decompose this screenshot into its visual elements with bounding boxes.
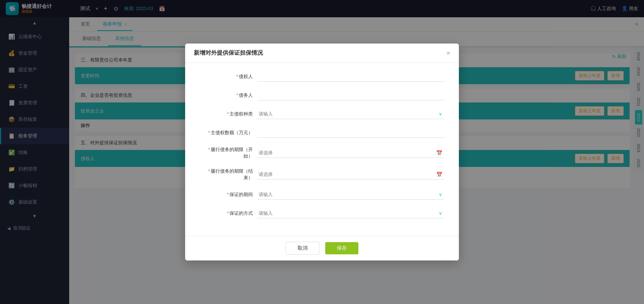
label-guarantee-period: *保证的期间: [200, 191, 257, 198]
claim-type-dropdown-icon[interactable]: ∨: [437, 111, 444, 117]
modal-overlay: 新增对外提供保证担保情况 × *债权人 *债务人 *: [0, 0, 644, 304]
select-guarantee-method[interactable]: [257, 208, 437, 218]
modal-close-button[interactable]: ×: [446, 50, 450, 56]
date-end-wrap: 📅: [257, 169, 444, 180]
label-claim-amount: *主债权数额（万元）: [200, 130, 257, 136]
label-period-end: *履行债务的期限（结束）: [200, 168, 257, 181]
cancel-button[interactable]: 取消: [286, 242, 319, 255]
select-guarantee-period-wrap: ∨: [257, 190, 444, 200]
input-debtor[interactable]: [257, 90, 444, 100]
label-guarantee-method: *保证的方式: [200, 210, 257, 217]
select-guarantee-period[interactable]: [257, 190, 437, 199]
field-guarantee-method: *保证的方式 ∨: [200, 208, 444, 218]
modal-body: *债权人 *债务人 *主债权种类 ∨: [185, 63, 459, 236]
modal-footer: 取消 保存: [185, 236, 459, 260]
guarantee-period-dropdown-icon[interactable]: ∨: [437, 192, 444, 197]
field-creditor: *债权人: [200, 72, 444, 82]
date-start-input[interactable]: [257, 148, 434, 158]
field-guarantee-period: *保证的期间 ∨: [200, 190, 444, 200]
date-start-wrap: 📅: [257, 148, 444, 158]
modal: 新增对外提供保证担保情况 × *债权人 *债务人 *: [185, 44, 459, 260]
input-creditor[interactable]: [257, 72, 444, 82]
field-claim-amount: *主债权数额（万元）: [200, 128, 444, 138]
field-period-start: *履行债务的期限（开始） 📅: [200, 146, 444, 159]
modal-header: 新增对外提供保证担保情况 ×: [185, 44, 459, 63]
field-claim-type: *主债权种类 ∨: [200, 109, 444, 119]
select-claim-type-wrap: ∨: [257, 109, 444, 119]
modal-title: 新增对外提供保证担保情况: [194, 49, 263, 57]
input-claim-amount[interactable]: [257, 128, 444, 138]
field-period-end: *履行债务的期限（结束） 📅: [200, 168, 444, 181]
select-claim-type[interactable]: [257, 109, 437, 119]
date-end-input[interactable]: [257, 169, 434, 179]
date-end-calendar-icon[interactable]: 📅: [434, 172, 444, 177]
guarantee-method-dropdown-icon[interactable]: ∨: [437, 210, 444, 216]
label-claim-type: *主债权种类: [200, 111, 257, 117]
label-period-start: *履行债务的期限（开始）: [200, 146, 257, 159]
save-button[interactable]: 保存: [325, 242, 358, 254]
select-guarantee-method-wrap: ∨: [257, 208, 444, 218]
label-creditor: *债权人: [200, 73, 257, 80]
label-debtor: *债务人: [200, 92, 257, 99]
date-start-calendar-icon[interactable]: 📅: [434, 150, 444, 156]
field-debtor: *债务人: [200, 90, 444, 100]
